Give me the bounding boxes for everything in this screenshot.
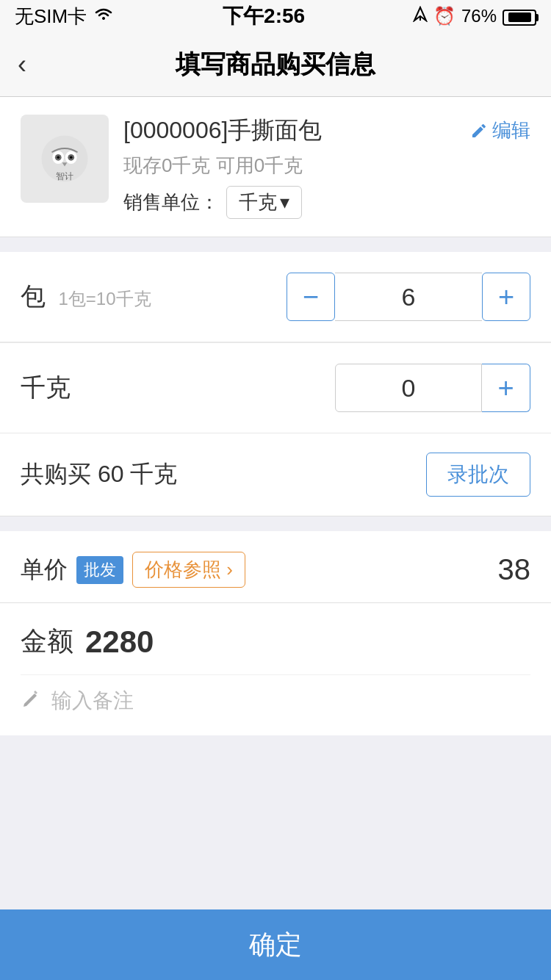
wifi-icon xyxy=(93,5,115,28)
note-row[interactable]: 输入备注 xyxy=(21,674,530,735)
product-unit-row: 销售单位： 千克 ▾ xyxy=(123,186,530,219)
note-icon xyxy=(21,688,43,715)
bao-quantity-input[interactable] xyxy=(335,273,482,321)
unit-label: 销售单位： xyxy=(123,190,219,215)
amount-section: 金额 2280 输入备注 xyxy=(0,603,551,735)
chevron-down-icon: ▾ xyxy=(280,191,289,214)
carrier-text: 无SIM卡 xyxy=(15,4,87,29)
svg-point-8 xyxy=(70,156,73,159)
edit-button[interactable]: 编辑 xyxy=(470,118,530,143)
kg-row: 千克 + xyxy=(0,343,551,433)
edit-label: 编辑 xyxy=(492,118,530,143)
bao-row: 包 1包=10千克 − + xyxy=(0,252,551,342)
bao-quantity-control: − + xyxy=(287,273,530,321)
bao-sublabel: 1包=10千克 xyxy=(58,289,151,309)
price-label: 单价 xyxy=(21,554,68,586)
edit-icon xyxy=(470,122,488,140)
battery-percent: 76% xyxy=(461,6,497,26)
note-placeholder: 输入备注 xyxy=(51,687,134,715)
page-title: 填写商品购买信息 xyxy=(176,48,375,82)
bao-label-group: 包 1包=10千克 xyxy=(21,280,287,314)
confirm-button[interactable]: 确定 xyxy=(0,909,551,980)
bao-minus-button[interactable]: − xyxy=(287,273,335,321)
batch-button[interactable]: 录批次 xyxy=(426,453,530,497)
status-bar: 无SIM卡 下午2:56 ⏰ 76% xyxy=(0,0,551,32)
price-value: 38 xyxy=(498,553,531,586)
product-stock: 现存0千克 可用0千克 xyxy=(123,153,530,179)
svg-text:智计: 智计 xyxy=(56,171,73,181)
bao-label: 包 xyxy=(21,282,46,310)
summary-text: 共购买 60 千克 xyxy=(21,458,177,491)
bao-input-section: 包 1包=10千克 − + xyxy=(0,252,551,342)
amount-value: 2280 xyxy=(85,624,154,660)
kg-input-section: 千克 + xyxy=(0,343,551,433)
unit-select[interactable]: 千克 ▾ xyxy=(226,186,302,219)
bao-plus-button[interactable]: + xyxy=(482,273,530,321)
price-tag-pifa: 批发 xyxy=(76,556,123,584)
price-ref-button[interactable]: 价格参照 › xyxy=(132,552,245,588)
back-button[interactable]: ‹ xyxy=(18,49,26,80)
product-card: 智计 [0000006]手撕面包 现存0千克 可用0千克 销售单位： 千克 ▾ … xyxy=(0,97,551,237)
amount-label: 金额 xyxy=(21,624,73,660)
kg-quantity-control: + xyxy=(335,364,530,412)
price-left: 单价 批发 价格参照 › xyxy=(21,552,245,588)
amount-row: 金额 2280 xyxy=(21,624,530,674)
product-logo: 智计 xyxy=(39,133,90,184)
alarm-icon: ⏰ xyxy=(433,6,455,26)
product-image: 智计 xyxy=(21,115,109,203)
kg-quantity-input[interactable] xyxy=(335,364,482,412)
price-section: 单价 批发 价格参照 › 38 xyxy=(0,531,551,603)
location-icon xyxy=(413,6,428,26)
nav-bar: ‹ 填写商品购买信息 xyxy=(0,32,551,97)
product-info: [0000006]手撕面包 现存0千克 可用0千克 销售单位： 千克 ▾ xyxy=(123,115,530,219)
time-display: 下午2:56 xyxy=(223,2,305,30)
section-divider-2 xyxy=(0,516,551,531)
status-right: ⏰ 76% xyxy=(413,6,536,26)
summary-section: 共购买 60 千克 录批次 xyxy=(0,433,551,516)
kg-plus-button[interactable]: + xyxy=(482,364,530,412)
section-divider-1 xyxy=(0,237,551,252)
battery-icon xyxy=(503,6,536,26)
svg-point-7 xyxy=(57,156,60,159)
status-left: 无SIM卡 xyxy=(15,4,115,29)
product-name: [0000006]手撕面包 xyxy=(123,115,530,147)
kg-label: 千克 xyxy=(21,371,335,405)
